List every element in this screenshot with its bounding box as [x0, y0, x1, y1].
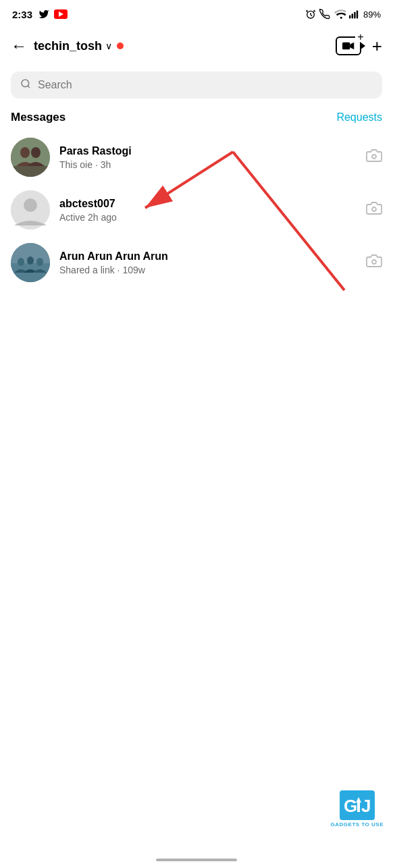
- svg-rect-2: [349, 16, 350, 19]
- conversation-info: Paras Rastogi This oie · 3h: [59, 145, 366, 170]
- twitter-icon: [38, 9, 50, 20]
- home-indicator: [156, 859, 237, 861]
- svg-point-23: [372, 260, 376, 264]
- header-actions: + +: [336, 36, 382, 55]
- search-input[interactable]: [38, 79, 373, 91]
- conversation-name: abctest007: [59, 198, 366, 210]
- back-button[interactable]: ←: [11, 36, 27, 55]
- status-bar: 2:33: [0, 0, 393, 27]
- camera-icon[interactable]: [366, 201, 382, 219]
- header: ← techin_tosh ∨ + +: [0, 27, 393, 65]
- watermark-logo: G J: [340, 790, 375, 820]
- search-icon: [20, 78, 31, 92]
- conversation-preview: Shared a link · 109w: [59, 265, 366, 275]
- conversation-preview: Active 2h ago: [59, 212, 366, 223]
- svg-line-9: [28, 86, 30, 88]
- search-container: [0, 65, 393, 105]
- requests-link[interactable]: Requests: [336, 111, 382, 124]
- camera-icon[interactable]: [366, 148, 382, 166]
- svg-point-14: [372, 155, 376, 159]
- watermark-text: GADGETS TO USE: [331, 821, 384, 828]
- conversation-info: Arun Arun Arun Arun Shared a link · 109w: [59, 250, 366, 275]
- avatar: [11, 243, 50, 282]
- avatar-image: [11, 243, 50, 282]
- video-call-button[interactable]: +: [336, 36, 361, 55]
- svg-point-11: [20, 147, 30, 158]
- youtube-play-triangle: [59, 11, 63, 17]
- youtube-icon: [54, 9, 68, 19]
- svg-point-20: [18, 258, 24, 266]
- svg-point-21: [27, 256, 34, 265]
- conversation-preview: This oie · 3h: [59, 159, 366, 170]
- search-bar[interactable]: [11, 72, 382, 99]
- svg-point-12: [31, 147, 41, 158]
- gadgets-logo: G J: [341, 792, 373, 819]
- svg-rect-5: [357, 10, 358, 18]
- avatar-placeholder: [11, 190, 50, 229]
- phone-icon: [319, 9, 330, 20]
- alarm-icon: [305, 9, 316, 20]
- username-container: techin_tosh ∨: [34, 39, 336, 53]
- conversation-info: abctest007 Active 2h ago: [59, 198, 366, 223]
- watermark: G J GADGETS TO USE: [331, 790, 384, 828]
- chevron-down-icon[interactable]: ∨: [105, 40, 112, 51]
- svg-rect-3: [352, 13, 353, 18]
- svg-marker-7: [350, 43, 354, 50]
- conversation-item[interactable]: Arun Arun Arun Arun Shared a link · 109w: [5, 236, 388, 289]
- svg-rect-13: [11, 166, 50, 177]
- camera-icon[interactable]: [366, 254, 382, 271]
- online-status-dot: [117, 43, 124, 49]
- conversation-name: Paras Rastogi: [59, 145, 366, 157]
- svg-rect-4: [354, 12, 355, 19]
- battery-level: 89%: [363, 9, 381, 20]
- svg-point-22: [36, 258, 43, 266]
- video-plus-icon: +: [355, 32, 366, 43]
- svg-point-1: [340, 17, 342, 19]
- status-app-icons: [38, 9, 68, 20]
- svg-point-17: [372, 207, 376, 211]
- svg-text:G: G: [344, 796, 357, 816]
- conversation-list: Paras Rastogi This oie · 3h abctest007 A…: [0, 131, 393, 289]
- avatar-image: [11, 138, 50, 177]
- conversation-item[interactable]: Paras Rastogi This oie · 3h: [5, 131, 388, 184]
- conversation-name: Arun Arun Arun Arun: [59, 250, 366, 263]
- avatar: [11, 138, 50, 177]
- default-avatar: [11, 190, 50, 229]
- messages-title: Messages: [11, 111, 66, 124]
- signal-icon: [349, 9, 360, 19]
- wifi-icon: [334, 9, 346, 19]
- video-icon: [342, 42, 355, 50]
- svg-rect-6: [342, 43, 350, 50]
- svg-point-16: [24, 198, 37, 212]
- svg-point-8: [22, 80, 29, 87]
- conversation-item[interactable]: abctest007 Active 2h ago: [5, 184, 388, 236]
- status-time: 2:33: [12, 9, 32, 20]
- compose-button[interactable]: +: [372, 37, 382, 55]
- username-label: techin_tosh: [34, 39, 102, 53]
- status-icons-right: 89%: [305, 9, 381, 20]
- svg-text:J: J: [361, 796, 370, 816]
- messages-header: Messages Requests: [0, 105, 393, 131]
- status-left: 2:33: [12, 9, 68, 20]
